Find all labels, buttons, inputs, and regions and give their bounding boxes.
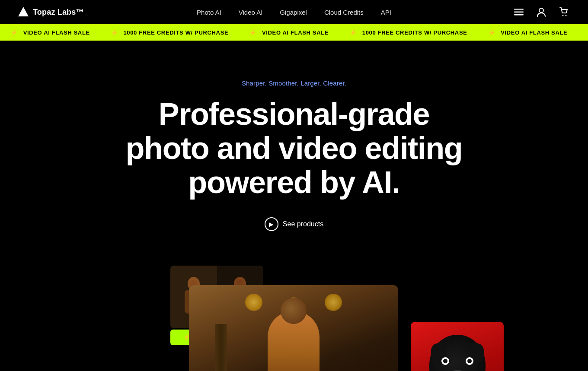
nav-link-cloud-credits[interactable]: Cloud Credits — [324, 9, 364, 16]
svg-rect-3 — [514, 14, 524, 16]
account-button[interactable] — [534, 5, 548, 19]
menu-button[interactable] — [512, 5, 526, 19]
bolt-icon: ⚡ — [249, 29, 257, 36]
svg-rect-2 — [514, 12, 524, 13]
bolt-icon: ⚡ — [349, 29, 357, 36]
light-orb — [325, 294, 342, 311]
see-products-button[interactable]: ▶ See products — [265, 217, 323, 231]
scene-figure — [268, 311, 320, 371]
svg-point-5 — [562, 15, 564, 16]
cta-label: See products — [283, 220, 323, 228]
dog-photo-inner — [411, 322, 504, 371]
dog-figure — [421, 330, 494, 371]
main-video-card — [189, 285, 398, 371]
navbar: Topaz Labs™ Photo AI Video AI Gigapixel … — [0, 0, 588, 24]
cart-icon — [559, 7, 568, 17]
dog-photo-card — [411, 322, 504, 371]
logo-icon — [17, 6, 29, 18]
promo-banner[interactable]: ⚡VIDEO AI FLASH SALE ⚡1000 FREE CREDITS … — [0, 24, 588, 41]
arrow-right-icon: ▶ — [269, 221, 274, 228]
marquee-item: ⚡1000 FREE CREDITS W/ PURCHASE — [339, 29, 477, 36]
hero-section: Sharper. Smoother. Larger. Clearer. Prof… — [0, 41, 588, 257]
nav-links: Photo AI Video AI Gigapixel Cloud Credit… — [197, 9, 391, 16]
media-collage: ⚡ Run Autopilot — [0, 266, 588, 371]
nav-link-video-ai[interactable]: Video AI — [239, 9, 263, 16]
nav-link-api[interactable]: API — [381, 9, 391, 16]
svg-rect-1 — [514, 9, 524, 10]
logo[interactable]: Topaz Labs™ — [17, 6, 84, 18]
bolt-icon: ⚡ — [488, 29, 496, 36]
marquee-track: ⚡VIDEO AI FLASH SALE ⚡1000 FREE CREDITS … — [0, 29, 588, 36]
marquee-item: ⚡VIDEO AI FLASH SALE — [0, 29, 100, 36]
dog-eye-right — [466, 357, 473, 365]
cart-button[interactable] — [557, 5, 571, 19]
nav-right — [512, 5, 571, 19]
svg-marker-0 — [18, 7, 29, 16]
hero-title: Professional-grade photo and video editi… — [117, 97, 471, 200]
marquee-item: ⚡1000 FREE CREDITS W/ PURCHASE — [578, 29, 588, 36]
scene-column — [215, 324, 227, 371]
dog-head — [429, 335, 486, 371]
nav-link-photo-ai[interactable]: Photo AI — [197, 9, 221, 16]
user-icon — [537, 7, 546, 17]
svg-point-4 — [539, 8, 543, 13]
hamburger-icon — [514, 9, 524, 16]
svg-point-6 — [566, 15, 567, 16]
marquee-item: ⚡1000 FREE CREDITS W/ PURCHASE — [100, 29, 239, 36]
hero-subtitle: Sharper. Smoother. Larger. Clearer. — [17, 79, 571, 87]
cta-circle-icon: ▶ — [265, 217, 278, 231]
nav-link-gigapixel[interactable]: Gigapixel — [280, 9, 307, 16]
marquee-item: ⚡VIDEO AI FLASH SALE — [478, 29, 578, 36]
light-orb — [245, 294, 262, 311]
bolt-icon: ⚡ — [111, 29, 118, 36]
scene-figure-head — [281, 298, 307, 324]
main-video-inner — [189, 285, 398, 371]
marquee-item: ⚡VIDEO AI FLASH SALE — [239, 29, 339, 36]
logo-text: Topaz Labs™ — [33, 8, 84, 17]
bolt-icon: ⚡ — [10, 29, 18, 36]
dog-eye-left — [441, 357, 449, 365]
